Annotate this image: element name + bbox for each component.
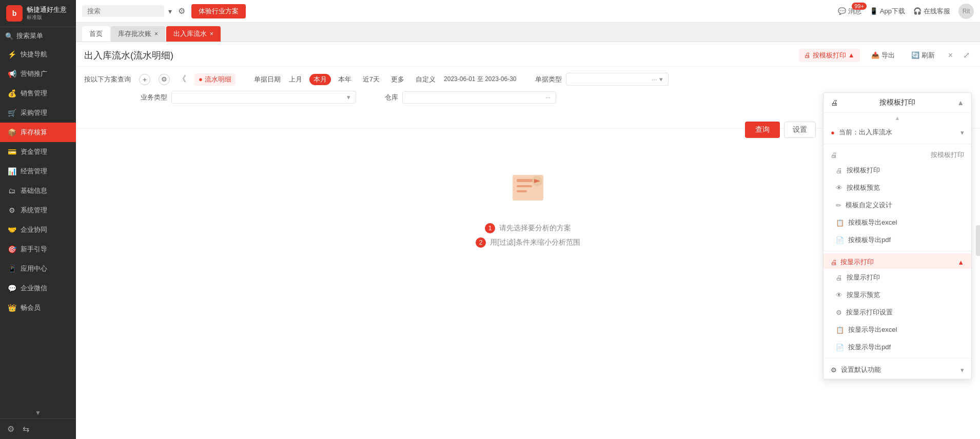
setting-button[interactable]: 设置 xyxy=(784,122,816,138)
search-icon: 🔍 xyxy=(5,32,13,40)
inventory-icon: 📦 xyxy=(7,128,16,137)
sidebar-item-app-center[interactable]: 📱 应用中心 xyxy=(0,259,76,278)
tab-home[interactable]: 首页 xyxy=(82,26,110,42)
sidebar-item-cooperation[interactable]: 🤝 企业协同 xyxy=(0,220,76,240)
divider-3 xyxy=(824,358,971,358)
message-badge: 99+ xyxy=(852,3,867,10)
header-gear-icon[interactable]: ⚙ xyxy=(178,6,185,16)
header-search-input[interactable] xyxy=(82,5,164,17)
app-name: 畅捷通好生意 xyxy=(27,6,67,14)
window-expand-btn[interactable]: ⤢ xyxy=(961,48,972,62)
biz-type-field[interactable]: ▾ xyxy=(171,91,356,104)
warehouse-field[interactable]: ··· xyxy=(402,91,556,104)
date-btn-custom[interactable]: 自定义 xyxy=(411,73,440,86)
active-filter-tag[interactable]: ● 流水明细 xyxy=(194,73,236,86)
sidebar-item-operations[interactable]: 📊 经营管理 xyxy=(0,162,76,181)
sidebar-item-finance[interactable]: 💳 资金管理 xyxy=(0,142,76,162)
sidebar-scroll-down[interactable]: ▼ xyxy=(0,407,76,418)
sidebar-item-guide[interactable]: 🎯 新手引导 xyxy=(0,240,76,259)
message-action[interactable]: 💬 消息 99+ xyxy=(838,7,861,16)
date-btn-this-year[interactable]: 本年 xyxy=(334,73,356,86)
display-export-excel-item[interactable]: 📋 按显示导出excel xyxy=(824,321,971,338)
sidebar-search-item[interactable]: 🔍 搜索菜单 xyxy=(0,27,76,45)
template-section-title: 按模板打印 xyxy=(931,150,964,159)
display-section-print-icon: 🖨 xyxy=(831,258,837,266)
user-avatar-action[interactable]: Rit xyxy=(958,4,974,19)
date-field-label: 单据日期 xyxy=(254,75,281,84)
doc-type-more-icon[interactable]: ··· xyxy=(652,76,657,83)
dropdown-title: 按模板打印 xyxy=(879,98,915,107)
empty-step-2: 2 用[过滤]条件来缩小分析范围 xyxy=(476,237,580,248)
scroll-down-arrow[interactable]: ▼ xyxy=(35,409,41,416)
warehouse-more-icon[interactable]: ··· xyxy=(545,94,551,101)
export-btn[interactable]: 📤 导出 xyxy=(866,49,900,62)
online-service-action[interactable]: 🎧 在线客服 xyxy=(913,7,950,16)
date-btn-last-month[interactable]: 上月 xyxy=(285,73,306,86)
date-btn-more[interactable]: 更多 xyxy=(387,73,408,86)
page-title: 出入库流水(流水明细) xyxy=(84,49,173,62)
sidebar-item-member[interactable]: 👑 畅会员 xyxy=(0,298,76,317)
sidebar-item-basic[interactable]: 🗂 基础信息 xyxy=(0,181,76,201)
message-icon: 💬 xyxy=(838,7,846,15)
default-setting-item[interactable]: ⚙ 设置默认功能 ▾ xyxy=(824,361,971,379)
sidebar-settings-icon[interactable]: ⚙ xyxy=(7,424,14,434)
display-preview-item[interactable]: 👁 按显示预览 xyxy=(824,286,971,304)
template-print-item[interactable]: 🖨 按模板打印 xyxy=(824,162,971,179)
sidebar-item-quick-nav[interactable]: ⚡ 快捷导航 xyxy=(0,45,76,64)
template-export-excel-item[interactable]: 📋 按模板导出excel xyxy=(824,214,971,231)
flow-close-icon[interactable]: × xyxy=(210,30,213,37)
sidebar-item-wechat[interactable]: 💬 企业微信 xyxy=(0,278,76,298)
sidebar-item-sales[interactable]: 💰 销售管理 xyxy=(0,84,76,103)
warehouse-group: 仓库 ··· xyxy=(385,91,556,104)
current-template-item[interactable]: ● 当前：出入库流水 ▾ xyxy=(824,123,971,142)
date-btn-7days[interactable]: 近7天 xyxy=(359,73,384,86)
user-name: Rit xyxy=(963,8,970,15)
dropdown-chevron-up-icon[interactable]: ▲ xyxy=(957,98,964,107)
template-custom-icon: ✏ xyxy=(836,202,841,209)
default-setting-label: 设置默认功能 xyxy=(841,365,956,374)
window-close-btn[interactable]: × xyxy=(946,49,955,62)
tab-batch-ledger[interactable]: 库存批次账 × xyxy=(111,26,165,42)
template-custom-label: 模板自定义设计 xyxy=(846,201,892,210)
refresh-icon: 🔄 xyxy=(911,51,919,59)
doc-type-field[interactable]: ··· ▾ xyxy=(566,73,669,86)
template-export-pdf-item[interactable]: 📄 按模板导出pdf xyxy=(824,231,971,249)
page-actions: 🖨 按模板打印 ▲ 📤 导出 🔄 刷新 × ⤢ xyxy=(799,48,972,62)
sidebar-item-inventory[interactable]: 📦 库存核算 xyxy=(0,123,76,142)
display-print-item[interactable]: 🖨 按显示打印 xyxy=(824,269,971,286)
batch-ledger-close-icon[interactable]: × xyxy=(154,30,158,37)
display-section-chevron-up: ▲ xyxy=(957,258,964,266)
sidebar-item-label: 快捷导航 xyxy=(21,50,47,59)
filter-settings-button[interactable]: ⚙ xyxy=(159,74,170,85)
sidebar-item-system[interactable]: ⚙ 系统管理 xyxy=(0,201,76,220)
display-settings-item[interactable]: ⚙ 按显示打印设置 xyxy=(824,304,971,321)
display-export-pdf-item[interactable]: 📄 按显示导出pdf xyxy=(824,338,971,356)
query-button[interactable]: 查询 xyxy=(745,122,780,138)
header-dropdown-btn[interactable]: ▾ xyxy=(168,7,172,15)
filter-collapse-button[interactable]: 《 xyxy=(178,74,186,85)
filter-tag-icon: ● xyxy=(199,75,203,83)
svg-rect-3 xyxy=(517,190,527,192)
sidebar-expand-icon[interactable]: ⇆ xyxy=(23,424,29,434)
filter-add-button[interactable]: + xyxy=(139,74,150,85)
industry-solution-button[interactable]: 体验行业方案 xyxy=(191,4,246,18)
date-btn-this-month[interactable]: 本月 xyxy=(309,74,331,85)
warehouse-label: 仓库 xyxy=(385,93,398,102)
refresh-btn[interactable]: 🔄 刷新 xyxy=(906,49,940,62)
sidebar-item-label: 系统管理 xyxy=(21,206,47,215)
doc-type-chevron-icon: ▾ xyxy=(659,75,663,83)
scroll-up-indicator: ▲ xyxy=(824,113,971,123)
template-custom-item[interactable]: ✏ 模板自定义设计 xyxy=(824,196,971,214)
sidebar-item-purchase[interactable]: 🛒 采购管理 xyxy=(0,103,76,123)
sidebar-item-marketing[interactable]: 📢 营销推广 xyxy=(0,64,76,84)
system-icon: ⚙ xyxy=(7,206,16,215)
print-template-btn[interactable]: 🖨 按模板打印 ▲ xyxy=(799,49,860,62)
template-print-icon: 🖨 xyxy=(836,167,842,174)
right-edge-handle[interactable] xyxy=(976,225,980,256)
template-section-print-icon: 🖨 xyxy=(831,151,837,159)
home-tab-label: 首页 xyxy=(89,29,103,38)
tab-flow[interactable]: 出入库流水 × xyxy=(166,26,221,42)
guide-icon: 🎯 xyxy=(7,245,16,254)
template-preview-item[interactable]: 👁 按模板预览 xyxy=(824,179,971,196)
app-download-action[interactable]: 📱 App下载 xyxy=(870,7,905,16)
